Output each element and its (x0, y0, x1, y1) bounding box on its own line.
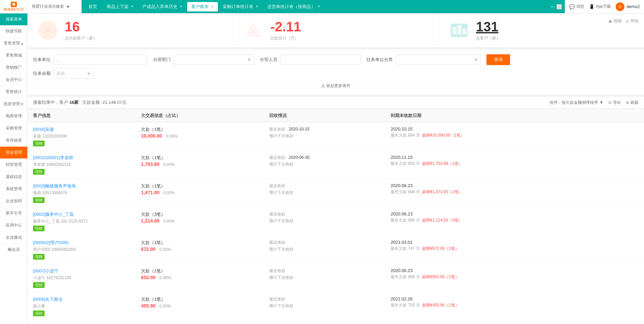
view-btn[interactable]: ▶ 视频 (609, 18, 622, 24)
tab-product-offshelf-close[interactable]: ✕ (131, 4, 134, 9)
customer-name-link[interactable]: [0003]畅捷服务尹海燕 (33, 183, 76, 188)
overdue-link[interactable]: 超期¥672.00（1笔） (422, 246, 459, 252)
due-date: 2020.06.23 (391, 268, 639, 273)
logo-text: 畅捷通好生意 (4, 7, 24, 11)
refresh-btn[interactable]: ⊙ 刷新 (626, 100, 639, 106)
table-body: [0016]吴俊 吴俊 13026203696 现销 欠款（1笔） 10,000… (28, 122, 644, 324)
customer-table: 客户信息 欠交易信息（占比） 回收情况 到期未收款日期 [0016]吴俊 吴俊 … (28, 109, 644, 324)
overdue-link[interactable]: 超期¥652.00（1笔） (422, 274, 459, 280)
quick-nav[interactable]: 快捷导航 (0, 25, 27, 37)
overdue-link[interactable]: 超期¥1,471.00（1笔） (422, 189, 463, 195)
debt-percent: 0.00% (164, 162, 175, 167)
sidebar-item-app-center[interactable]: 应用中心 (0, 219, 27, 232)
export-btn[interactable]: ⊙ 导出 (608, 100, 621, 106)
sidebar-item-batch-mgmt[interactable]: 批发管理 ▼ (0, 98, 27, 110)
customer-name-link[interactable]: [0001020001]李老师 (33, 155, 73, 160)
tab-inbound-stat-close[interactable]: ✕ (317, 4, 320, 9)
tab-product-inbound[interactable]: 产成品入库单历史 ✕ (138, 2, 187, 11)
sidebar-item-marketing[interactable]: 营销推广 (0, 62, 27, 74)
manager-input[interactable]: ... (280, 55, 361, 65)
window-minimize[interactable]: ─ (551, 4, 554, 10)
inventory-label: 库存核算 (6, 138, 22, 143)
tab-product-offshelf-label: 商品上下架 (107, 4, 129, 10)
window-maximize[interactable]: ⬜ (556, 4, 562, 9)
tab-purchase-order[interactable]: 采购订单统计表 ✕ (219, 2, 262, 11)
customer-name-link[interactable]: [0002]服务中心_丁磊 (33, 212, 74, 217)
enterprise-collab-label: 企业协同 (6, 199, 22, 203)
due-date-cell: 2021.03.01 最长欠款 747 天 超期¥672.00（1笔） (391, 240, 639, 252)
customer-name-link[interactable]: [000002]用户2050 (33, 240, 69, 245)
customer-name-link[interactable]: [0006]去下粮仓 (33, 297, 63, 302)
sidebar-item-member[interactable]: 会员中心 (0, 74, 27, 86)
user-avatar[interactable]: D demo2 (616, 2, 640, 11)
customer-name-link[interactable]: [0007]小进干 (33, 268, 58, 273)
tab-customer-account[interactable]: 客户账本 ✕ (187, 2, 218, 11)
unit-category-select[interactable]: ▼ (395, 55, 481, 65)
customer-name-link[interactable]: [0016]吴俊 (33, 127, 54, 132)
sidebar-item-inventory[interactable]: 库存核算 (0, 135, 27, 147)
sidebar-item-purchase[interactable]: 采购管理 (0, 122, 27, 135)
badge-now: 现销 (33, 141, 45, 146)
collapse-btn[interactable]: ⋀ 收起更多条件 (317, 82, 355, 90)
overdue-info: 最长欠款 998 天 超期¥652.00（1笔） (391, 274, 639, 280)
tab-customer-account-close[interactable]: ✕ (211, 4, 214, 9)
next-collection: 预计下次收款 (269, 161, 391, 167)
recovery-cell: 最近收款 2020-10-15 预计下次收款 (269, 126, 391, 139)
sidebar-item-retail-stat[interactable]: 零售统计 (0, 86, 27, 98)
balance-select[interactable]: 选择... ▼ (53, 68, 94, 79)
debt-label: 欠款金额 (82, 100, 100, 105)
customer-info-cell: [0016]吴俊 吴俊 13026203696 现销 (33, 126, 141, 146)
debt-row: 10,000.00 0.00% (141, 133, 269, 139)
debt-percent: 0.00% (164, 190, 175, 195)
sidebar-item-vip[interactable]: 畅会员 (0, 244, 27, 256)
debt-info-cell: 欠款（1笔） 10,000.00 0.00% (141, 126, 269, 139)
tab-product-inbound-close[interactable]: ✕ (179, 4, 183, 9)
filter-balance: 往来余额 选择... ▼ (33, 68, 94, 79)
due-date: 2020.10.15 (391, 126, 639, 131)
message-btn[interactable]: 💬 消息 (569, 4, 584, 9)
dept-select[interactable]: ▼ (173, 55, 254, 65)
debt-amount: 652.00 (141, 275, 156, 280)
tab-inbound-stat[interactable]: 进货单统计表（按商品） ✕ (263, 2, 325, 11)
query-button[interactable]: 查询 (486, 54, 510, 65)
sidebar-item-retail-mgmt[interactable]: 零售管理 ▲ (0, 37, 27, 50)
tab-home-label: 首页 (88, 4, 97, 10)
sidebar-item-ops[interactable]: 经营管理 (0, 159, 27, 171)
search-menu[interactable]: 搜索菜单 (0, 13, 27, 25)
sidebar-item-newbie[interactable]: 新手引导 (0, 207, 27, 219)
overdue-info: 最长欠款 998 天 超期¥1,471.00（1笔） (391, 189, 639, 195)
debt-count: 欠款（1笔） (141, 155, 269, 161)
overdue-link[interactable]: 超期¥1,214.00（3笔） (422, 217, 463, 223)
stat-value-debt-amount: -2.11 (270, 20, 301, 33)
sidebar-item-retail-mall[interactable]: 零售商城 (0, 50, 27, 62)
sidebar-item-enterprise-collab[interactable]: 企业协同 (0, 195, 27, 207)
sort-selector[interactable]: 排序：按欠款金额倒序排序 ▼ (550, 100, 604, 106)
stat-value-total-customers: 131 (476, 20, 500, 33)
help-btn[interactable]: ⊙ 帮助 (626, 18, 639, 24)
debt-percent: 0.00% (160, 247, 171, 252)
tab-purchase-order-close[interactable]: ✕ (255, 4, 258, 9)
window-controls: ─ ⬜ (548, 0, 565, 13)
debt-info-cell: 欠款（1笔） 1,703.68 0.00% (141, 155, 269, 167)
debt-amount: 672.00 (141, 246, 156, 252)
sidebar-item-basic-info[interactable]: 基础信息 (0, 171, 27, 183)
stat-icon-2: ! (243, 20, 264, 41)
customer-phone: 服务中心_丁磊 181 0125 8371 (33, 218, 141, 224)
sidebar-item-sys-mgmt[interactable]: 系统管理 (0, 183, 27, 195)
due-date: 2020.06.23 (391, 211, 639, 216)
overdue-link[interactable]: 超期¥455.90（1笔） (422, 302, 459, 308)
from-unit-input[interactable]: ... (53, 55, 148, 65)
debt-percent: 0.00% (166, 134, 177, 139)
tab-home[interactable]: 首页 (84, 2, 102, 11)
tab-product-offshelf[interactable]: 商品上下架 ✕ (103, 2, 138, 11)
overdue-link[interactable]: 超期¥1,703.68（1笔） (422, 161, 463, 167)
sidebar-item-enterprise-wechat[interactable]: 企业微信 (0, 232, 27, 244)
badge-now: 现销 (33, 282, 45, 288)
account-selector[interactable]: 母婴行业演示账套 ▼ (28, 0, 82, 13)
overdue-link[interactable]: 超期¥10,000.00（1笔） (422, 132, 465, 138)
sidebar-item-finance[interactable]: 资金管理 (0, 147, 27, 159)
quick-nav-label: 快捷导航 (6, 29, 22, 33)
app-download-btn[interactable]: 📱 App下载 (589, 4, 611, 9)
result-bar: 搜索结果中，客户 16家 欠款金额 -21,148.07元 排序：按欠款金额倒序… (28, 97, 644, 109)
sidebar-item-ecommerce[interactable]: 电商管理 (0, 110, 27, 122)
